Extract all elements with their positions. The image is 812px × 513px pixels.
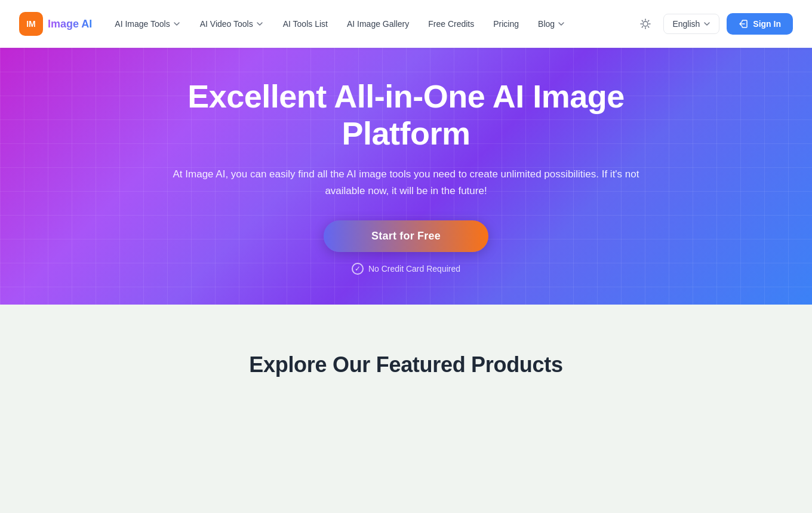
- theme-toggle-button[interactable]: [635, 13, 656, 35]
- chevron-down-icon: [557, 20, 565, 28]
- products-section: Explore Our Featured Products: [0, 305, 812, 513]
- products-section-title: Explore Our Featured Products: [249, 352, 562, 377]
- no-credit-card-notice: ✓ No Credit Card Required: [152, 263, 660, 275]
- nav-item-blog[interactable]: Blog: [530, 14, 574, 33]
- language-selector[interactable]: English: [663, 14, 719, 34]
- navbar: IM Image AI AI Image Tools AI Video Tool…: [0, 0, 812, 48]
- svg-point-0: [643, 21, 648, 26]
- nav-item-ai-image-gallery[interactable]: AI Image Gallery: [339, 14, 417, 33]
- logo-text: Image AI: [48, 18, 92, 30]
- hero-content: Excellent All-in-One AI Image Platform A…: [137, 78, 675, 275]
- logo-link[interactable]: IM Image AI: [19, 12, 92, 36]
- chevron-down-icon: [703, 20, 710, 27]
- hero-subtitle: At Image AI, you can easily find all the…: [152, 166, 660, 198]
- hero-title: Excellent All-in-One AI Image Platform: [152, 78, 660, 152]
- start-free-button[interactable]: Start for Free: [324, 220, 488, 252]
- nav-right: English Sign In: [635, 13, 793, 35]
- nav-links: AI Image Tools AI Video Tools AI Tools L…: [106, 14, 630, 33]
- nav-item-pricing[interactable]: Pricing: [485, 14, 527, 33]
- nav-item-ai-video-tools[interactable]: AI Video Tools: [192, 14, 272, 33]
- hero-section: Excellent All-in-One AI Image Platform A…: [0, 48, 812, 305]
- logo-icon: IM: [19, 12, 43, 36]
- signin-icon: [739, 19, 748, 29]
- signin-button[interactable]: Sign In: [727, 13, 793, 35]
- chevron-down-icon: [256, 20, 264, 28]
- nav-item-free-credits[interactable]: Free Credits: [420, 14, 482, 33]
- nav-item-ai-image-tools[interactable]: AI Image Tools: [106, 14, 189, 33]
- chevron-down-icon: [173, 20, 181, 28]
- nav-item-ai-tools-list[interactable]: AI Tools List: [275, 14, 336, 33]
- check-circle-icon: ✓: [352, 263, 364, 275]
